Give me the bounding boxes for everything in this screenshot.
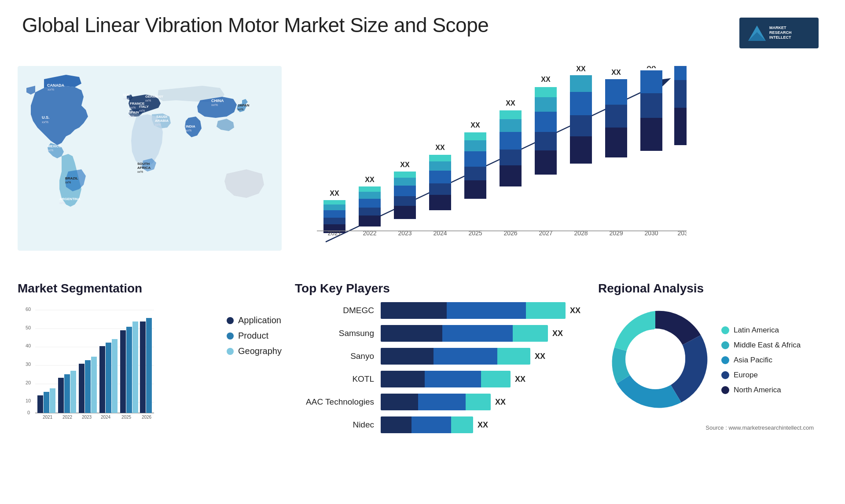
legend-product-label: Product xyxy=(238,331,268,341)
player-xx-kotl: XX xyxy=(515,375,525,384)
key-players-section: Top Key Players DMEGC XX Samsung xyxy=(286,277,589,504)
player-row-nidec: Nidec XX xyxy=(295,416,580,433)
svg-rect-107 xyxy=(674,108,687,145)
na-dot xyxy=(721,386,729,394)
svg-rect-143 xyxy=(126,327,132,413)
player-bar-wrap: XX xyxy=(381,416,580,433)
player-bar-dmegc xyxy=(381,302,566,319)
europe-label: Europe xyxy=(734,371,758,380)
svg-text:XX: XX xyxy=(611,69,621,76)
player-bar-nidec xyxy=(381,416,473,433)
svg-rect-130 xyxy=(58,378,64,413)
svg-rect-99 xyxy=(605,79,627,105)
svg-rect-90 xyxy=(570,136,592,164)
player-bar-wrap: XX xyxy=(381,371,580,387)
svg-text:XX: XX xyxy=(435,144,445,151)
main-content: CANADA xx% U.S. xx% MEXICO xx% BRAZIL xx… xyxy=(0,62,845,504)
svg-point-149 xyxy=(625,329,685,389)
svg-rect-77 xyxy=(500,150,522,165)
svg-text:60: 60 xyxy=(26,307,31,312)
svg-text:AFRICA: AFRICA xyxy=(137,166,151,170)
player-name-sanyo: Sanyo xyxy=(295,351,374,361)
player-xx-sanyo: XX xyxy=(535,352,545,361)
svg-rect-103 xyxy=(640,93,662,118)
svg-rect-126 xyxy=(37,395,43,413)
svg-rect-86 xyxy=(535,97,557,112)
svg-text:XX: XX xyxy=(576,66,586,73)
logo-box: MARKET RESEARCH INTELLECT xyxy=(739,18,819,48)
svg-text:2024: 2024 xyxy=(101,415,111,420)
svg-rect-104 xyxy=(640,70,662,93)
player-bar-sanyo xyxy=(381,348,530,365)
svg-text:GERMANY: GERMANY xyxy=(145,95,164,99)
player-row-samsung: Samsung XX xyxy=(295,325,580,342)
mea-label: Middle East & Africa xyxy=(734,341,801,350)
svg-text:xx%: xx% xyxy=(129,115,134,118)
player-xx-nidec: XX xyxy=(478,420,488,430)
svg-rect-50 xyxy=(359,199,381,208)
svg-rect-45 xyxy=(323,200,345,205)
svg-rect-65 xyxy=(429,161,451,171)
latin-dot xyxy=(721,326,729,334)
legend-product: Product xyxy=(227,331,282,341)
world-map: CANADA xx% U.S. xx% MEXICO xx% BRAZIL xx… xyxy=(18,66,282,259)
svg-rect-144 xyxy=(132,321,138,413)
svg-text:U.K.: U.K. xyxy=(123,93,130,97)
svg-rect-98 xyxy=(605,105,627,128)
svg-text:xx%: xx% xyxy=(65,181,71,184)
player-bar-aac xyxy=(381,394,491,410)
player-name-dmegc: DMEGC xyxy=(295,306,374,315)
reg-legend-latin: Latin America xyxy=(721,326,801,335)
player-xx-samsung: XX xyxy=(552,329,563,338)
svg-text:XX: XX xyxy=(470,121,480,129)
svg-text:XX: XX xyxy=(330,190,339,197)
svg-rect-128 xyxy=(50,388,55,413)
svg-text:SPAIN: SPAIN xyxy=(129,110,139,114)
svg-rect-109 xyxy=(674,66,687,80)
svg-text:xx%: xx% xyxy=(238,108,243,111)
svg-text:SAUDI: SAUDI xyxy=(156,115,167,119)
svg-rect-87 xyxy=(535,87,557,97)
svg-rect-138 xyxy=(99,346,105,413)
legend-application: Application xyxy=(227,315,282,325)
svg-text:2022: 2022 xyxy=(62,415,73,420)
svg-rect-79 xyxy=(500,119,522,132)
svg-text:ARGENTINA: ARGENTINA xyxy=(59,197,81,201)
svg-rect-51 xyxy=(359,192,381,199)
svg-text:MARKET: MARKET xyxy=(769,26,786,30)
regional-legend: Latin America Middle East & Africa Asia … xyxy=(721,326,801,394)
svg-text:xx%: xx% xyxy=(130,106,136,109)
svg-text:XX: XX xyxy=(541,76,551,83)
reg-legend-na: North America xyxy=(721,386,801,394)
map-section: CANADA xx% U.S. xx% MEXICO xx% BRAZIL xx… xyxy=(13,62,286,277)
svg-rect-102 xyxy=(640,118,662,151)
bar-chart-section: XX 2021 XX 2022 XX 2023 xyxy=(286,62,836,277)
svg-rect-55 xyxy=(394,206,416,219)
apac-dot xyxy=(721,356,729,364)
svg-rect-97 xyxy=(605,128,627,157)
svg-rect-76 xyxy=(500,165,522,186)
svg-text:MEXICO: MEXICO xyxy=(48,144,62,148)
svg-text:JAPAN: JAPAN xyxy=(238,103,250,107)
svg-text:INTELLECT: INTELLECT xyxy=(769,35,791,40)
europe-dot xyxy=(721,371,729,379)
latin-label: Latin America xyxy=(734,326,779,335)
segmentation-section: Market Segmentation 60 50 40 30 20 10 0 xyxy=(13,277,286,504)
svg-rect-140 xyxy=(112,339,118,413)
svg-text:INDIA: INDIA xyxy=(186,124,195,128)
svg-text:ITALY: ITALY xyxy=(139,105,149,109)
svg-rect-127 xyxy=(44,392,49,413)
svg-rect-63 xyxy=(429,183,451,195)
svg-rect-48 xyxy=(359,215,381,226)
svg-text:CHINA: CHINA xyxy=(211,99,224,103)
svg-text:30: 30 xyxy=(26,362,31,367)
svg-rect-135 xyxy=(85,360,91,413)
player-bar-kotl xyxy=(381,371,511,387)
svg-rect-78 xyxy=(500,132,522,150)
logo-area: MARKET RESEARCH INTELLECT xyxy=(735,13,823,53)
svg-rect-73 xyxy=(464,132,486,140)
svg-rect-91 xyxy=(570,115,592,136)
svg-rect-84 xyxy=(535,132,557,150)
player-bar-wrap: XX xyxy=(381,325,580,342)
geography-dot xyxy=(227,348,234,355)
